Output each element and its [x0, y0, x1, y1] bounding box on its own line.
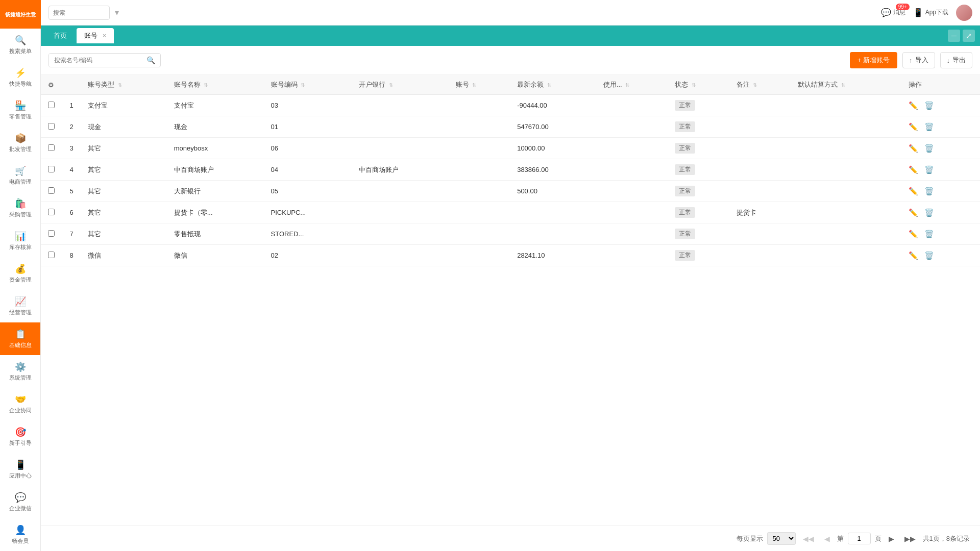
top-dropdown-icon[interactable]: ▾ — [115, 8, 119, 17]
delete-button[interactable]: 🗑️ — [924, 208, 934, 217]
sidebar-item-system-mgmt[interactable]: ⚙️系统管理 — [0, 355, 40, 388]
sort-account-icon: ⇅ — [472, 82, 476, 88]
pagination: 每页显示 50 20 100 ◀◀ ◀ 第 页 ▶ ▶▶ 共1页，8条记录 — [41, 525, 980, 551]
row-bank — [353, 245, 450, 266]
row-remark — [730, 181, 792, 202]
sidebar-item-wholesale-mgmt[interactable]: 📦批发管理 — [0, 127, 40, 159]
import-button[interactable]: ↑ 导入 — [902, 52, 935, 68]
sidebar-item-app-center[interactable]: 📱应用中心 — [0, 453, 40, 486]
col-type[interactable]: 账号类型 ⇅ — [82, 75, 168, 95]
col-account[interactable]: 账号 ⇅ — [450, 75, 511, 95]
row-check[interactable] — [48, 209, 55, 215]
add-account-button[interactable]: + 新增账号 — [850, 52, 897, 68]
delete-button[interactable]: 🗑️ — [924, 144, 934, 153]
row-checkbox[interactable] — [41, 95, 61, 116]
col-default-payment[interactable]: 默认结算方式 ⇅ — [792, 75, 902, 95]
row-check[interactable] — [48, 166, 55, 172]
per-page-select[interactable]: 50 20 100 — [767, 532, 796, 545]
row-checkbox[interactable] — [41, 223, 61, 245]
row-code: PICKUPC... — [265, 202, 353, 223]
tab-home[interactable]: 首页 — [46, 28, 75, 43]
message-button[interactable]: 💬 消息 99+ — [881, 8, 905, 17]
page-prefix-label: 第 — [837, 534, 844, 543]
row-account — [450, 159, 511, 181]
tab-close-icon[interactable]: × — [103, 32, 106, 39]
row-checkbox[interactable] — [41, 116, 61, 138]
row-bank — [353, 202, 450, 223]
sidebar-item-purchase-mgmt[interactable]: 🛍️采购管理 — [0, 192, 40, 224]
sidebar-item-ecommerce-mgmt[interactable]: 🛒电商管理 — [0, 159, 40, 192]
row-checkbox[interactable] — [41, 245, 61, 266]
delete-button[interactable]: 🗑️ — [924, 230, 934, 239]
table-row: 8 微信 微信 02 28241.10 正常 ✏️ 🗑️ — [41, 245, 980, 266]
next-page-button[interactable]: ▶ — [886, 534, 897, 544]
col-settings[interactable]: ⚙ — [41, 75, 61, 95]
row-type: 其它 — [82, 181, 168, 202]
edit-button[interactable]: ✏️ — [909, 251, 918, 260]
row-checkbox[interactable] — [41, 202, 61, 223]
edit-button[interactable]: ✏️ — [909, 144, 918, 153]
sidebar: 畅捷通好生意 🔍搜索菜单⚡快捷导航🏪零售管理📦批发管理🛒电商管理🛍️采购管理📊库… — [0, 0, 41, 551]
delete-button[interactable]: 🗑️ — [924, 187, 934, 196]
col-code[interactable]: 账号编码 ⇅ — [265, 75, 353, 95]
edit-button[interactable]: ✏️ — [909, 208, 918, 217]
sidebar-item-retail-mgmt[interactable]: 🏪零售管理 — [0, 94, 40, 127]
sidebar-item-quick-nav[interactable]: ⚡快捷导航 — [0, 61, 40, 94]
member-icon: 👤 — [15, 524, 26, 536]
account-search-button[interactable]: 🔍 — [141, 56, 160, 64]
col-balance[interactable]: 最新余额 ⇅ — [511, 75, 597, 95]
edit-button[interactable]: ✏️ — [909, 122, 918, 132]
status-badge: 正常 — [675, 250, 695, 261]
row-balance — [511, 223, 597, 245]
tab-minimize-button[interactable]: ─ — [948, 30, 960, 42]
user-avatar[interactable] — [956, 5, 972, 21]
sidebar-item-operation-mgmt[interactable]: 📈经营管理 — [0, 290, 40, 322]
col-usage[interactable]: 使用... ⇅ — [597, 75, 669, 95]
account-search-input[interactable] — [49, 54, 141, 67]
sidebar-item-search-menu[interactable]: 🔍搜索菜单 — [0, 29, 40, 61]
sidebar-item-inventory[interactable]: 📊库存核算 — [0, 224, 40, 257]
last-page-button[interactable]: ▶▶ — [901, 534, 919, 544]
delete-button[interactable]: 🗑️ — [924, 122, 934, 132]
row-checkbox[interactable] — [41, 138, 61, 159]
row-actions: ✏️ 🗑️ — [902, 202, 980, 223]
row-code: STORED... — [265, 223, 353, 245]
row-checkbox[interactable] — [41, 181, 61, 202]
page-number-input[interactable] — [848, 533, 871, 544]
row-check[interactable] — [48, 187, 55, 194]
sidebar-item-enterprise-agreement[interactable]: 🤝企业协同 — [0, 388, 40, 420]
tab-account[interactable]: 账号 × — [77, 28, 114, 43]
row-name: 现金 — [168, 116, 265, 138]
delete-button[interactable]: 🗑️ — [924, 251, 934, 260]
first-page-button[interactable]: ◀◀ — [800, 534, 817, 544]
top-search-input[interactable] — [48, 6, 110, 20]
edit-button[interactable]: ✏️ — [909, 101, 918, 110]
row-check[interactable] — [48, 144, 55, 151]
tab-maximize-button[interactable]: ⤢ — [963, 30, 975, 42]
row-check[interactable] — [48, 123, 55, 130]
export-button[interactable]: ↓ 导出 — [940, 52, 973, 68]
row-name: 中百商场账户 — [168, 159, 265, 181]
col-remark[interactable]: 备注 ⇅ — [730, 75, 792, 95]
row-check[interactable] — [48, 230, 55, 237]
delete-button[interactable]: 🗑️ — [924, 101, 934, 110]
sidebar-item-new-guide[interactable]: 🎯新手引导 — [0, 420, 40, 453]
edit-button[interactable]: ✏️ — [909, 187, 918, 196]
sidebar-item-member[interactable]: 👤畅会员 — [0, 518, 40, 551]
edit-button[interactable]: ✏️ — [909, 230, 918, 239]
row-checkbox[interactable] — [41, 159, 61, 181]
col-name[interactable]: 账号名称 ⇅ — [168, 75, 265, 95]
sidebar-item-basic-info[interactable]: 📋基础信息 — [0, 322, 40, 355]
row-check[interactable] — [48, 102, 55, 108]
sidebar-item-enterprise-wechat[interactable]: 💬企业微信 — [0, 486, 40, 518]
row-check[interactable] — [48, 252, 55, 258]
row-no: 8 — [61, 245, 82, 266]
status-badge: 正常 — [675, 207, 695, 218]
app-download-button[interactable]: 📱 App下载 — [913, 8, 948, 17]
sidebar-item-capital-mgmt[interactable]: 💰资金管理 — [0, 257, 40, 290]
col-status[interactable]: 状态 ⇅ — [669, 75, 730, 95]
edit-button[interactable]: ✏️ — [909, 165, 918, 174]
col-bank[interactable]: 开户银行 ⇅ — [353, 75, 450, 95]
delete-button[interactable]: 🗑️ — [924, 165, 934, 174]
prev-page-button[interactable]: ◀ — [821, 534, 833, 544]
